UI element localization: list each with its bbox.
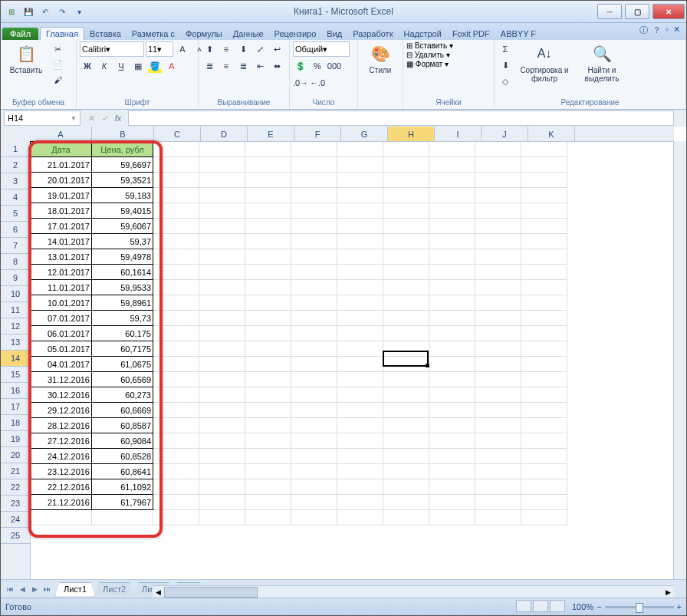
- cell[interactable]: [337, 464, 383, 479]
- row-header-8[interactable]: 8: [1, 254, 30, 270]
- row-header-3[interactable]: 3: [1, 173, 30, 189]
- cell[interactable]: [245, 142, 291, 157]
- row-header-4[interactable]: 4: [1, 189, 30, 206]
- undo-icon[interactable]: ↶: [39, 5, 51, 18]
- cell[interactable]: [383, 372, 429, 387]
- cell[interactable]: [475, 265, 521, 280]
- formula-input[interactable]: [128, 110, 674, 126]
- cell[interactable]: [475, 203, 521, 219]
- cell[interactable]: 61,7967: [92, 495, 153, 510]
- format-cells-button[interactable]: ▦ Формат ▾: [406, 60, 449, 68]
- cell[interactable]: [337, 173, 383, 188]
- cell[interactable]: [475, 173, 521, 188]
- cell[interactable]: [383, 157, 429, 173]
- save-icon[interactable]: 💾: [22, 5, 35, 18]
- cell[interactable]: [199, 173, 245, 188]
- col-header-F[interactable]: F: [294, 127, 341, 141]
- insert-cells-button[interactable]: ⊞ Вставить ▾: [406, 41, 453, 50]
- cell[interactable]: [291, 157, 337, 173]
- cell[interactable]: [383, 311, 429, 326]
- row-header-6[interactable]: 6: [1, 222, 30, 238]
- paste-button[interactable]: 📋Вставить: [4, 41, 48, 76]
- align-left-icon[interactable]: ≣: [202, 59, 216, 73]
- cell[interactable]: [92, 510, 153, 525]
- row-header-16[interactable]: 16: [1, 383, 30, 399]
- cell[interactable]: [383, 341, 429, 357]
- sort-filter-button[interactable]: A↓Сортировка и фильтр: [514, 41, 574, 84]
- tab-review[interactable]: Рецензиро: [269, 28, 322, 40]
- cell[interactable]: [429, 372, 475, 387]
- cell[interactable]: [245, 173, 291, 188]
- cell[interactable]: 59,183: [92, 188, 153, 203]
- row-header-11[interactable]: 11: [1, 302, 30, 318]
- row-header-22[interactable]: 22: [1, 479, 30, 496]
- cell[interactable]: [245, 311, 291, 326]
- cell[interactable]: [153, 464, 199, 479]
- cell[interactable]: [245, 449, 291, 464]
- cell[interactable]: [291, 142, 337, 157]
- cell[interactable]: [245, 234, 291, 249]
- cut-icon[interactable]: ✂: [51, 42, 64, 56]
- cell[interactable]: [153, 387, 199, 403]
- cell[interactable]: [153, 341, 199, 357]
- cell[interactable]: 24.12.2016: [31, 449, 92, 464]
- cell[interactable]: [383, 188, 429, 203]
- cell[interactable]: [475, 449, 521, 464]
- cell[interactable]: [337, 265, 383, 280]
- underline-icon[interactable]: Ч: [114, 59, 128, 73]
- grow-font-icon[interactable]: A: [176, 42, 189, 56]
- cell[interactable]: 14.01.2017: [31, 234, 92, 249]
- merge-icon[interactable]: ⬌: [270, 59, 284, 73]
- cell[interactable]: [337, 403, 383, 418]
- zoom-slider[interactable]: [605, 606, 674, 608]
- cell[interactable]: [291, 173, 337, 188]
- cell[interactable]: 11.01.2017: [31, 280, 92, 295]
- find-select-button[interactable]: 🔍Найти и выделить: [576, 41, 628, 84]
- cell[interactable]: [245, 418, 291, 433]
- cell[interactable]: [429, 142, 475, 157]
- cell[interactable]: [291, 357, 337, 372]
- cell[interactable]: [429, 510, 475, 525]
- cell[interactable]: [429, 311, 475, 326]
- cell[interactable]: [475, 418, 521, 433]
- cell[interactable]: 60,8641: [92, 464, 153, 479]
- cell[interactable]: [153, 433, 199, 449]
- cell[interactable]: [337, 249, 383, 265]
- cell[interactable]: [337, 311, 383, 326]
- cell[interactable]: 28.12.2016: [31, 418, 92, 433]
- cell[interactable]: [153, 357, 199, 372]
- next-sheet-icon[interactable]: ▶: [28, 585, 41, 593]
- cell[interactable]: [245, 188, 291, 203]
- align-center-icon[interactable]: ≡: [219, 59, 233, 73]
- cell[interactable]: [383, 249, 429, 265]
- cell[interactable]: [199, 311, 245, 326]
- cell[interactable]: [153, 510, 199, 525]
- cell[interactable]: [291, 449, 337, 464]
- cell[interactable]: [383, 433, 429, 449]
- cell[interactable]: [245, 464, 291, 479]
- cells-area[interactable]: ДатаЦена, рубл21.01.201759,669720.01.201…: [30, 141, 674, 580]
- cell[interactable]: [383, 418, 429, 433]
- cell[interactable]: [199, 341, 245, 357]
- cell[interactable]: 59,8961: [92, 295, 153, 311]
- cell[interactable]: [475, 479, 521, 495]
- autosum-icon[interactable]: Σ: [498, 42, 512, 56]
- col-header-D[interactable]: D: [201, 127, 248, 141]
- cell[interactable]: [199, 280, 245, 295]
- cell[interactable]: [383, 203, 429, 219]
- cell[interactable]: 61,1092: [92, 479, 153, 495]
- cell[interactable]: [199, 295, 245, 311]
- row-header-9[interactable]: 9: [1, 270, 30, 286]
- cell[interactable]: [521, 311, 567, 326]
- cell[interactable]: 59,4978: [92, 249, 153, 265]
- row-header-24[interactable]: 24: [1, 512, 30, 528]
- cell[interactable]: [337, 280, 383, 295]
- cell[interactable]: [245, 372, 291, 387]
- cell[interactable]: [199, 464, 245, 479]
- font-size-select[interactable]: 11 ▾: [146, 41, 173, 57]
- cell[interactable]: [383, 280, 429, 295]
- row-header-5[interactable]: 5: [1, 206, 30, 222]
- col-header-H[interactable]: H: [388, 127, 435, 141]
- cell[interactable]: [291, 341, 337, 357]
- cell[interactable]: [291, 418, 337, 433]
